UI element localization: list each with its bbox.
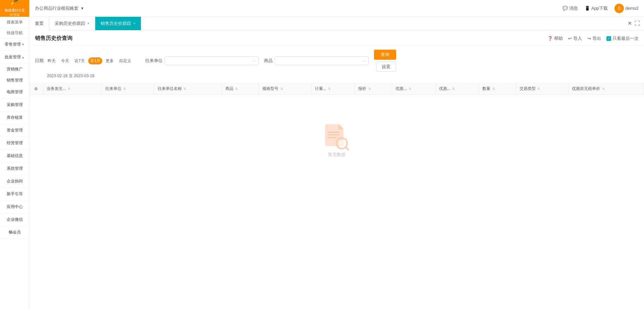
goods-dots-icon: ··· — [362, 58, 366, 63]
goods-input[interactable]: ··· — [275, 56, 369, 65]
empty-svg-icon — [320, 121, 354, 152]
settings-icon: ⚙ — [34, 87, 38, 91]
view-last-checkbox[interactable]: ✓ 只看最后一次 — [606, 36, 639, 42]
sidebar: 🍊 畅捷通好生意 标准版 搜索菜单 快捷导航 零售管理 ▼ 批发管理 ▲ 营销推… — [0, 0, 30, 310]
import-btn[interactable]: ↩ 导入 — [568, 36, 582, 42]
page-content: 销售历史价查询 ❓ 帮助 ↩ 导入 ↪ 导出 ✓ — [30, 30, 644, 310]
marketing-label: 营销推广 — [7, 66, 23, 72]
sidebar-item-appcenter[interactable]: 应用中心 — [0, 201, 29, 213]
sidebar-item-vip[interactable]: 畅会员 — [0, 226, 29, 239]
system-label: 系统管理 — [7, 166, 23, 171]
col-spec[interactable]: 规格型号 ⇅ — [259, 83, 311, 95]
help-btn[interactable]: ❓ 帮助 — [547, 36, 563, 42]
sidebar-item-finance[interactable]: 资金管理 — [0, 124, 29, 137]
close-tab-sales-icon[interactable]: × — [133, 21, 136, 26]
goods-filter-group: 商品 ··· — [264, 56, 369, 65]
date-btn-today[interactable]: 今天 — [59, 57, 71, 64]
checkbox-icon: ✓ — [606, 36, 611, 41]
col-pretax-price[interactable]: 优惠前无税单价 ⇅ — [569, 83, 644, 95]
sort-icon-spec: ⇅ — [280, 87, 283, 91]
main-content: 办公用品行业模拟账套 ▾ 💬 消息 📱 App下载 D demo2 首页 采购历… — [30, 0, 644, 310]
date-options: 昨天 今天 近7天 近1月 更多 自定义 — [46, 57, 133, 64]
sidebar-item-system[interactable]: 系统管理 — [0, 162, 29, 175]
wechat-label: 企业微信 — [7, 217, 23, 222]
sidebar-item-quicknav[interactable]: 快捷导航 — [0, 28, 29, 38]
date-btn-1month[interactable]: 近1月 — [88, 57, 103, 64]
sidebar-item-basic[interactable]: 基础信息 — [0, 150, 29, 162]
col-discount2[interactable]: 优惠... ⇅ — [435, 83, 479, 95]
vip-label: 畅会员 — [9, 229, 21, 235]
chevron-up-icon: ▲ — [21, 55, 25, 59]
sidebar-item-inventory[interactable]: 库存核算 — [0, 111, 29, 124]
empty-state: 暂无数据 — [30, 95, 644, 185]
date-btn-more[interactable]: 更多 — [104, 57, 116, 64]
export-btn[interactable]: ↪ 导出 — [587, 36, 601, 42]
date-btn-7days[interactable]: 近7天 — [72, 57, 87, 64]
tab-purchase-label: 采购历史价跟踪 — [55, 20, 85, 27]
sidebar-item-sales-mgmt[interactable]: 销售管理 — [0, 75, 29, 86]
counterpart-filter-group: 往来单位 ··· — [145, 56, 259, 65]
settings-button[interactable]: 设置 — [376, 62, 396, 72]
col-trade-type[interactable]: 交易类型 ⇅ — [516, 83, 569, 95]
purchase-label: 采购管理 — [7, 102, 23, 108]
filter-row-top: 日期 昨天 今天 近7天 近1月 更多 自定义 往来单位 — [35, 50, 639, 72]
sidebar-item-ecommerce[interactable]: 电商管理 — [0, 86, 29, 99]
col-discount2-label: 优惠... — [439, 86, 450, 91]
query-button[interactable]: 查询 — [374, 50, 396, 60]
quicknav-label: 快捷导航 — [2, 30, 27, 36]
sidebar-item-wholesale[interactable]: 批发管理 ▲ — [0, 51, 29, 64]
date-btn-yesterday[interactable]: 昨天 — [46, 57, 58, 64]
maximize-icon[interactable]: ⛶ — [635, 20, 640, 27]
counterpart-input[interactable]: ··· — [165, 56, 259, 65]
sidebar-item-newbie[interactable]: 新手引导 — [0, 188, 29, 201]
sidebar-item-retail[interactable]: 零售管理 ▼ — [0, 38, 29, 51]
user-menu[interactable]: D demo2 — [614, 4, 639, 13]
sidebar-item-marketing[interactable]: 营销推广 — [0, 64, 29, 75]
col-goods[interactable]: 商品 ⇅ — [222, 83, 259, 95]
export-label: 导出 — [592, 36, 601, 42]
date-btn-custom[interactable]: 自定义 — [117, 57, 133, 64]
sidebar-item-wechat[interactable]: 企业微信 — [0, 213, 29, 226]
col-trade-type-label: 交易类型 — [520, 86, 536, 91]
col-counterpart-name[interactable]: 往来单位名称 ⇅ — [154, 83, 222, 95]
sidebar-item-purchase[interactable]: 采购管理 — [0, 99, 29, 111]
page-title-actions: ❓ 帮助 ↩ 导入 ↪ 导出 ✓ 只看最后一次 — [547, 36, 639, 42]
brand-label: 标准版 — [10, 12, 20, 17]
sort-icon-unit: ⇅ — [328, 87, 331, 91]
col-settings[interactable]: ⚙ — [30, 83, 43, 95]
avatar: D — [614, 4, 624, 13]
search-label: 搜索菜单 — [2, 19, 27, 25]
message-btn[interactable]: 💬 消息 — [562, 5, 578, 11]
workspace-dropdown-icon: ▾ — [81, 6, 84, 11]
col-price-label: 报价 — [358, 86, 366, 91]
app-download-btn[interactable]: 📱 App下载 — [585, 5, 608, 11]
tab-home-label: 首页 — [35, 20, 44, 27]
sidebar-item-search[interactable]: 搜索菜单 — [0, 17, 29, 28]
sidebar-item-enterprise[interactable]: 企业协同 — [0, 175, 29, 188]
tab-purchase-history[interactable]: 采购历史价跟踪 × — [49, 17, 95, 30]
message-icon: 💬 — [562, 6, 568, 11]
user-name: demo2 — [625, 6, 639, 11]
tab-home[interactable]: 首页 — [30, 17, 49, 30]
close-all-tabs-icon[interactable]: ✕ — [628, 20, 632, 27]
col-counterpart-name-label: 往来单位名称 — [158, 86, 182, 91]
operations-label: 经营管理 — [7, 140, 23, 146]
basic-label: 基础信息 — [7, 153, 23, 159]
col-discount1-label: 优惠... — [395, 86, 407, 91]
col-counterpart-code[interactable]: 往来单位 ⇅ — [102, 83, 154, 95]
col-unit[interactable]: 计量... ⇅ — [311, 83, 355, 95]
newbie-label: 新手引导 — [7, 191, 23, 197]
page-title: 销售历史价查询 — [35, 35, 72, 42]
empty-illustration — [320, 121, 354, 152]
tab-sales-history[interactable]: 销售历史价跟踪 × — [95, 17, 141, 30]
col-spec-label: 规格型号 — [262, 86, 278, 91]
col-biz-date[interactable]: 业务发生... ⇅ — [43, 83, 102, 95]
sort-icon-goods: ⇅ — [235, 87, 238, 91]
close-tab-purchase-icon[interactable]: × — [87, 21, 90, 26]
col-quantity[interactable]: 数量 ⇅ — [479, 83, 516, 95]
sidebar-item-operations[interactable]: 经营管理 — [0, 137, 29, 150]
counterpart-dots-icon: ··· — [252, 58, 256, 63]
workspace-selector[interactable]: 办公用品行业模拟账套 ▾ — [35, 5, 84, 11]
col-discount1[interactable]: 优惠... ⇅ — [392, 83, 436, 95]
col-price[interactable]: 报价 ⇅ — [355, 83, 392, 95]
